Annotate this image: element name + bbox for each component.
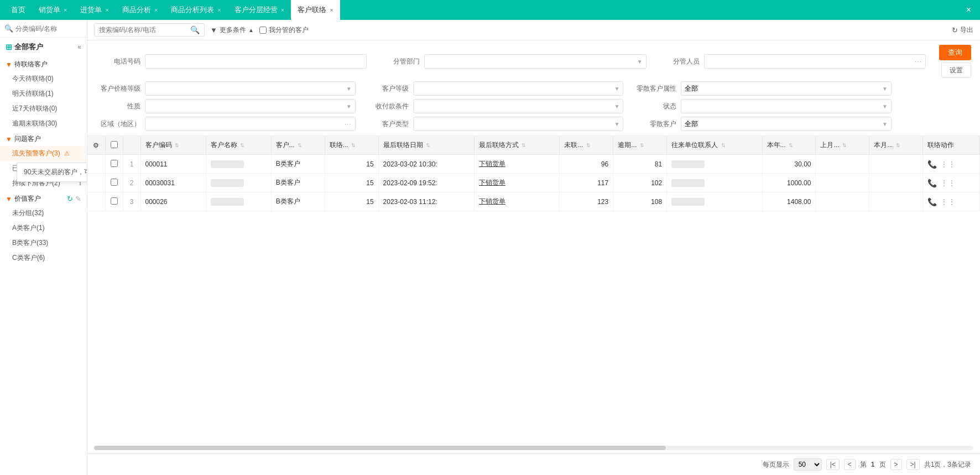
my-customers-filter[interactable]: 我分管的客户 [259, 25, 309, 35]
th-name[interactable]: 客户名称 ⇅ [206, 136, 271, 155]
td-unit-contact-0 [667, 155, 762, 174]
th-this-year[interactable]: 本年... ⇅ [762, 136, 816, 155]
contact-icon-1[interactable]: 📞 [927, 179, 937, 187]
refresh-icon-value[interactable]: ↻ [67, 195, 73, 203]
price-level-select[interactable]: ▼ [145, 81, 356, 96]
close-customer-link-icon[interactable]: × [330, 7, 333, 13]
sidebar-search-area: 🔍 [0, 20, 87, 38]
more-conditions-button[interactable]: ▼ 更多条件 ▲ [210, 25, 254, 35]
phone-label: 电话号码 [96, 57, 140, 66]
cust-type-select[interactable]: ▼ [413, 117, 624, 131]
close-purchase-icon[interactable]: × [105, 7, 108, 13]
b-class-label: B类客户(33) [12, 239, 48, 247]
nav-tab-customer-tier[interactable]: 客户分层经营 × [228, 0, 291, 20]
next-page-button[interactable]: > [890, 459, 902, 470]
th-unit-contact[interactable]: 往来单位联系人 ⇅ [667, 136, 762, 155]
th-contact[interactable]: 联络... ⇅ [325, 136, 378, 155]
td-last-method-2[interactable]: 下销货单 [475, 192, 560, 211]
th-uncontacted[interactable]: 未联... ⇅ [560, 136, 613, 155]
dept-select[interactable]: ▼ [424, 54, 646, 69]
nav-tab-purchase[interactable]: 进货单 × [74, 0, 115, 20]
sidebar-collapse-icon[interactable]: « [77, 43, 81, 51]
select-all-checkbox[interactable] [111, 141, 118, 148]
query-button[interactable]: 查询 [939, 45, 971, 60]
last-page-button[interactable]: >| [906, 459, 920, 470]
nav-tab-goods-analysis-list[interactable]: 商品分析列表 × [164, 0, 227, 20]
more-icon-1[interactable]: ⋮⋮ [940, 179, 956, 187]
export-button[interactable]: ↻ 导出 [952, 25, 973, 35]
window-close-button[interactable]: × [962, 5, 976, 15]
th-checkbox[interactable] [105, 136, 123, 155]
sidebar-item-b-class[interactable]: B类客户(33) [0, 236, 87, 250]
close-customer-tier-icon[interactable]: × [281, 7, 284, 13]
th-last-month[interactable]: 上月... ⇅ [816, 136, 869, 155]
th-code[interactable]: 客户编码 ⇅ [140, 136, 206, 155]
contact-icon-2[interactable]: 📞 [927, 197, 937, 206]
region-dots-icon: ··· [345, 120, 352, 128]
edit-icon-value[interactable]: ✎ [75, 195, 81, 203]
nav-tab-sales[interactable]: 销货单 × [32, 0, 74, 20]
td-seq-2: 3 [123, 192, 140, 211]
sidebar-item-c-class[interactable]: C类客户(6) [0, 250, 87, 265]
sidebar-item-today[interactable]: 今天待联络(0) [0, 71, 87, 86]
phone-input[interactable] [145, 54, 367, 69]
page-size-select[interactable]: 50 100 200 [794, 458, 822, 471]
nav-tab-goods-analysis[interactable]: 商品分析 × [116, 0, 164, 20]
first-page-button[interactable]: |< [826, 459, 840, 470]
scrollbar-thumb[interactable] [94, 446, 666, 450]
sort-icon-overdue: ⇅ [640, 143, 644, 148]
search-button[interactable]: 🔍 [190, 25, 200, 34]
cust-level-select[interactable]: ▼ [413, 81, 624, 96]
status-label: 状态 [632, 102, 676, 111]
more-icon-2[interactable]: ⋮⋮ [940, 197, 956, 206]
td-checkbox-1[interactable] [105, 174, 123, 192]
sort-icon-type: ⇅ [298, 143, 302, 148]
filter-bar: 🔍 ▼ 更多条件 ▲ 我分管的客户 ↻ 导出 [87, 20, 980, 40]
nav-tab-home[interactable]: 首页 [4, 0, 32, 20]
th-last-date[interactable]: 最后联络日期 ⇅ [378, 136, 474, 155]
close-sales-icon[interactable]: × [64, 7, 67, 13]
contact-icon-0[interactable]: 📞 [927, 160, 937, 169]
sidebar-section-value[interactable]: ▼ 价值客户 ↻ ✎ [0, 191, 87, 206]
zero-attr-select[interactable]: 全部 ▼ [681, 81, 892, 96]
nav-tab-customer-link[interactable]: 客户联络 × [291, 0, 340, 20]
td-last-method-0[interactable]: 下销货单 [475, 155, 560, 174]
sidebar-item-week[interactable]: 近7天待联络(0) [0, 101, 87, 116]
my-customers-checkbox[interactable] [259, 27, 267, 34]
nature-select[interactable]: ▼ [145, 99, 356, 113]
th-overdue[interactable]: 逾期... ⇅ [613, 136, 667, 155]
row-checkbox-2[interactable] [111, 197, 118, 205]
close-goods-analysis-list-icon[interactable]: × [217, 7, 221, 13]
search-input[interactable] [99, 26, 190, 34]
td-checkbox-0[interactable] [105, 155, 123, 174]
sidebar-all-customers[interactable]: ⊞ 全部客户 « [0, 38, 87, 56]
payment-select[interactable]: ▼ [413, 99, 624, 113]
th-last-method[interactable]: 最后联络方式 ⇅ [475, 136, 560, 155]
td-checkbox-2[interactable] [105, 192, 123, 211]
td-action-0: 📞 ⋮⋮ [923, 155, 980, 174]
nature-chevron-icon: ▼ [346, 103, 352, 109]
status-select[interactable]: ▼ [681, 99, 892, 113]
sidebar-section-lost[interactable]: ▼ 问题客户 [0, 131, 87, 146]
th-this-month[interactable]: 本月... ⇅ [869, 136, 923, 155]
sidebar-search-input[interactable] [15, 25, 82, 33]
person-select[interactable]: ··· [704, 54, 926, 69]
th-type[interactable]: 客户... ⇅ [271, 136, 325, 155]
zero-cust-select[interactable]: 全部 ▼ [681, 117, 892, 131]
sidebar-item-at-risk[interactable]: 流失预警客户(3) ⚠ [0, 146, 87, 161]
region-select[interactable]: ··· [145, 117, 356, 131]
row-checkbox-1[interactable] [111, 179, 118, 186]
horizontal-scrollbar[interactable] [94, 446, 973, 450]
sidebar-section-pending[interactable]: ▼ 待联络客户 [0, 56, 87, 71]
sidebar-item-tomorrow[interactable]: 明天待联络(1) [0, 86, 87, 101]
sidebar-item-overdue[interactable]: 逾期未联络(30) [0, 116, 87, 131]
more-icon-0[interactable]: ⋮⋮ [940, 160, 956, 169]
th-settings[interactable]: ⚙ [87, 136, 105, 155]
td-last-method-1[interactable]: 下销货单 [475, 174, 560, 192]
prev-page-button[interactable]: < [844, 459, 856, 470]
sidebar-item-a-class[interactable]: A类客户(1) [0, 221, 87, 236]
sidebar-item-ungrouped[interactable]: 未分组(32) [0, 206, 87, 221]
row-checkbox-0[interactable] [111, 160, 118, 167]
close-goods-analysis-icon[interactable]: × [154, 7, 158, 13]
settings-button[interactable]: 设置 [941, 62, 971, 78]
